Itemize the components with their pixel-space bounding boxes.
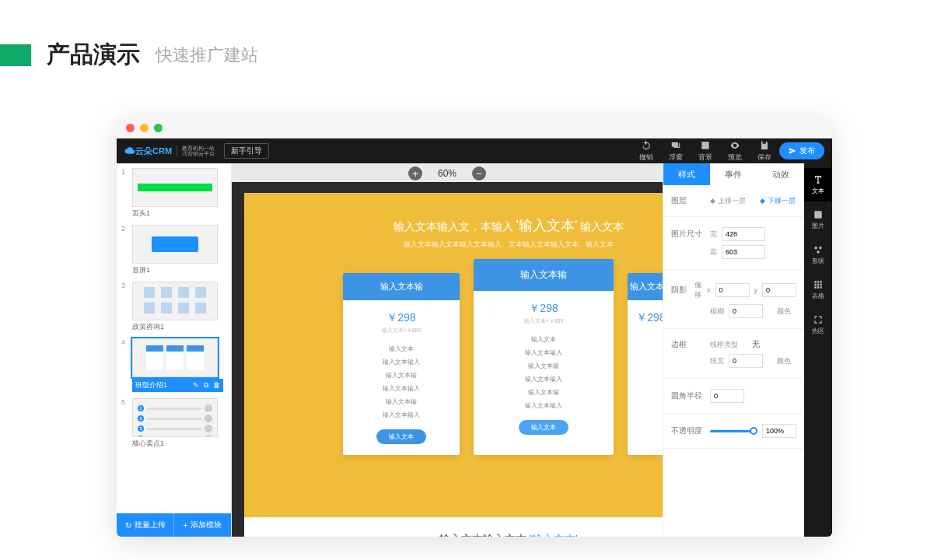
width-input[interactable] [722, 227, 765, 241]
tab-event[interactable]: 事件 [710, 163, 757, 185]
tab-anim[interactable]: 动效 [757, 163, 804, 185]
shadow-blur-input[interactable] [729, 304, 763, 318]
tool-hotspot[interactable]: 热区 [804, 308, 832, 341]
zoom-out-button[interactable]: − [472, 166, 486, 180]
opacity-slider[interactable] [710, 430, 757, 432]
shadow-y-input[interactable] [762, 283, 796, 297]
canvas-area: + 60% − 输入文本输入文，本输入 '输入文本' 输入文本 输入文本输入文本… [232, 163, 663, 537]
page-thumb-1[interactable]: 1页头1 [117, 166, 231, 223]
tool-table[interactable]: 表格 [804, 273, 832, 306]
save-button[interactable]: 保存 [757, 140, 771, 163]
guide-button[interactable]: 新手引导 [224, 143, 269, 159]
ruler-vertical [232, 182, 244, 537]
layer-up-button[interactable]: ◆ 上移一层 [710, 196, 746, 206]
page-content[interactable]: 输入文本输入文，本输入 '输入文本' 输入文本 输入文本输入文本输入文本输入、文… [244, 193, 663, 537]
opacity-input[interactable] [762, 424, 796, 438]
hero-subtitle[interactable]: 输入文本输入文本输入文本输入、文本输入文本输入文本、输入文本 [244, 240, 663, 250]
pricing-card-3[interactable]: 输入文本输 ￥298 [628, 273, 663, 455]
preview-button[interactable]: 预览 [728, 140, 742, 163]
page-thumb-2[interactable]: 2首屏1 [117, 223, 231, 280]
window-titlebar [117, 117, 832, 138]
minimize-icon[interactable] [140, 124, 149, 132]
canvas-stage[interactable]: 输入文本输入文，本输入 '输入文本' 输入文本 输入文本输入文本输入文本输入、文… [244, 193, 663, 537]
ruler-horizontal [244, 182, 663, 193]
hero-title[interactable]: 输入文本输入文，本输入 '输入文本' 输入文本 [244, 216, 663, 235]
tool-rail: 文本 图片 形状 表格 热区 [804, 163, 832, 537]
zoom-control: + 60% − [408, 166, 486, 180]
logo-icon [124, 145, 135, 157]
pricing-cards: 输入文本输 ￥298输入文本+￥888 输入文本输入文本输入输入文本输输入文本输… [244, 273, 663, 455]
edit-icon[interactable]: ✎ [193, 381, 199, 390]
page-list-panel: 1页头1 2首屏1 3政策咨询1 4班型介绍1✎⧉🗑 51234核心卖点1 ↻ … [117, 163, 232, 537]
maximize-icon[interactable] [154, 124, 163, 132]
svg-point-2 [817, 250, 820, 254]
copy-icon[interactable]: ⧉ [204, 381, 208, 390]
card-cta-button[interactable]: 输入文本 [376, 429, 426, 444]
undo-button[interactable]: 撤销 [639, 140, 653, 163]
pricing-card-2[interactable]: 输入文本输 ￥298输入文本+￥888 输入文本输入文本输入输入文本输输入文本输… [474, 259, 614, 455]
border-width-input[interactable] [729, 354, 763, 368]
float-button[interactable]: 浮窗 [669, 140, 683, 163]
batch-upload-button[interactable]: ↻ 批量上传 [117, 513, 174, 537]
pricing-card-1[interactable]: 输入文本输 ￥298输入文本+￥888 输入文本输入文本输入输入文本输输入文本输… [343, 273, 460, 455]
page-thumb-4[interactable]: 4班型介绍1✎⧉🗑 [117, 337, 231, 397]
page-title: 产品演示 [47, 39, 140, 71]
border-type-select[interactable]: 无 [752, 339, 760, 350]
shadow-x-input[interactable] [715, 283, 750, 297]
tool-shape[interactable]: 形状 [804, 238, 832, 271]
app-window: 云朵CRM 教育机构一站式营销云平台 新手引导 撤销 浮窗 背景 预览 保存 发… [117, 117, 832, 537]
page-thumb-5[interactable]: 51234核心卖点1 [117, 397, 231, 453]
top-toolbar: 云朵CRM 教育机构一站式营销云平台 新手引导 撤销 浮窗 背景 预览 保存 发… [117, 138, 832, 163]
svg-point-0 [814, 247, 817, 250]
logo-subtext: 教育机构一站式营销云平台 [177, 145, 215, 156]
properties-panel: 样式 事件 动效 图层 ◆ 上移一层 ◆ 下移一层 图片尺寸宽 高 阴影偏移 x… [663, 163, 804, 537]
radius-input[interactable] [710, 389, 744, 403]
accent-bar [0, 44, 31, 66]
tool-text[interactable]: 文本 [804, 168, 832, 201]
svg-point-1 [819, 247, 822, 250]
delete-icon[interactable]: 🗑 [213, 381, 220, 390]
page-subtitle: 快速推广建站 [156, 44, 258, 67]
section-title-2[interactable]: 输入文本输入文本 '输入文本' [244, 517, 663, 537]
zoom-value: 60% [438, 168, 457, 179]
publish-button[interactable]: 发布 [779, 142, 824, 159]
height-input[interactable] [722, 245, 765, 259]
background-button[interactable]: 背景 [698, 140, 712, 163]
card-cta-button[interactable]: 输入文本 [519, 420, 568, 435]
tool-image[interactable]: 图片 [804, 203, 832, 236]
zoom-in-button[interactable]: + [408, 166, 422, 180]
logo-text: 云朵CRM [135, 145, 172, 157]
add-module-button[interactable]: + 添加模块 [174, 513, 231, 537]
layer-down-button[interactable]: ◆ 下移一层 [760, 196, 796, 206]
tab-style[interactable]: 样式 [663, 163, 710, 185]
close-icon[interactable] [126, 124, 135, 132]
page-thumb-3[interactable]: 3政策咨询1 [117, 280, 231, 337]
